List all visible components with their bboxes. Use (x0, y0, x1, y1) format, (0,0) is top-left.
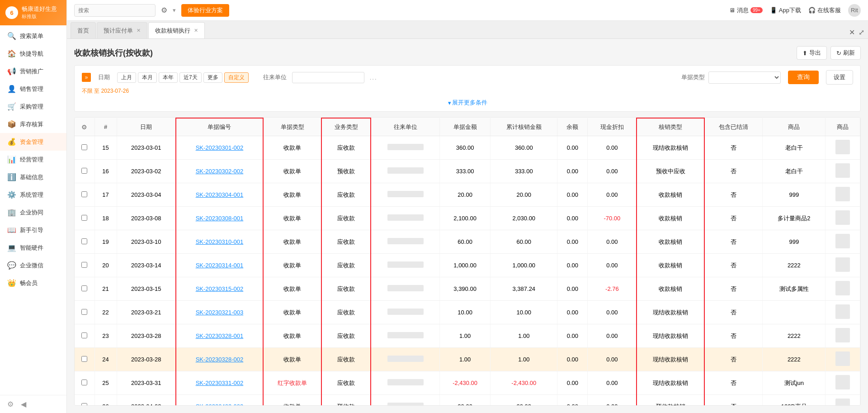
sidebar-item-finance[interactable]: 💰 资金管理 (0, 133, 66, 151)
row-biztype: 预收款 (321, 160, 371, 183)
sidebar-item-marketing[interactable]: 📢 营销推广 (0, 62, 66, 80)
row-checkbox[interactable] (75, 160, 94, 183)
row-docno[interactable]: SK-20230310-001 (176, 230, 263, 254)
tab-close-all-button[interactable]: ✕ (849, 28, 855, 37)
row-docno[interactable]: SK-20230328-002 (176, 348, 263, 371)
online-service-button[interactable]: 🎧 在线客服 (808, 6, 841, 14)
row-discount: 0.00 (588, 324, 637, 348)
dropdown-arrow-icon[interactable]: ▾ (173, 7, 176, 14)
collapse-icon[interactable]: ◀ (21, 400, 26, 408)
tab-prepay-close-icon[interactable]: ✕ (137, 28, 141, 33)
row-cumulative: -2,430.00 (491, 371, 557, 395)
tab-prepay[interactable]: 预计应付单 ✕ (97, 22, 147, 38)
row-balance: 0.00 (557, 371, 588, 395)
doc-type-select[interactable] (708, 71, 781, 84)
messages-button[interactable]: 🖥 消息 99+ (729, 6, 763, 14)
row-goods-img (826, 277, 860, 301)
row-cumulative: 360.00 (491, 136, 557, 160)
row-docno[interactable]: SK-20230403-002 (176, 395, 263, 406)
export-button[interactable]: ⬆ 导出 (797, 46, 827, 60)
sidebar-item-wechat[interactable]: 💬 企业微信 (0, 256, 66, 274)
query-button[interactable]: 查询 (788, 71, 819, 84)
refresh-icon: ↻ (836, 50, 841, 57)
col-gear-header[interactable]: ⚙ (75, 118, 94, 136)
expand-more-link[interactable]: ▾ 展开更多条件 (448, 99, 487, 107)
row-canceltype: 收款核销 (637, 254, 704, 277)
solution-button[interactable]: 体验行业方案 (181, 4, 229, 17)
sidebar-item-search[interactable]: 🔍 搜索菜单 (0, 27, 66, 45)
row-docno[interactable]: SK-20230302-002 (176, 160, 263, 183)
this-month-button[interactable]: 本月 (138, 72, 157, 83)
search-input[interactable] (78, 7, 151, 14)
more-date-button[interactable]: 更多 (203, 72, 222, 83)
user-avatar[interactable]: Rit (848, 4, 861, 17)
row-partner (371, 254, 439, 277)
row-goods-img (826, 254, 860, 277)
row-date: 2023-03-28 (117, 324, 176, 348)
row-biztype: 应收款 (321, 371, 371, 395)
row-checkbox[interactable] (75, 183, 94, 207)
sidebar-item-member[interactable]: 👑 畅会员 (0, 274, 66, 292)
row-checkbox[interactable] (75, 277, 94, 301)
filter-expand-button[interactable]: » (82, 73, 91, 82)
row-checkbox[interactable] (75, 348, 94, 371)
row-docno[interactable]: SK-20230301-002 (176, 136, 263, 160)
row-docno[interactable]: SK-20230314-001 (176, 254, 263, 277)
row-docno[interactable]: SK-20230308-001 (176, 207, 263, 230)
row-docno[interactable]: SK-20230328-001 (176, 324, 263, 348)
last7-days-button[interactable]: 近7天 (179, 72, 202, 83)
sidebar-item-hardware[interactable]: 💻 智能硬件 (0, 239, 66, 256)
sidebar-item-sales[interactable]: 👤 销售管理 (0, 80, 66, 98)
row-date: 2023-03-15 (117, 277, 176, 301)
row-checkbox[interactable] (75, 254, 94, 277)
row-docno[interactable]: SK-20230304-001 (176, 183, 263, 207)
last-month-button[interactable]: 上月 (117, 72, 136, 83)
row-biztype: 应收款 (321, 277, 371, 301)
row-doctype: 收款单 (263, 136, 321, 160)
sidebar-item-corp[interactable]: 🏢 企业协同 (0, 204, 66, 221)
app-download-button[interactable]: 📱 App下载 (770, 6, 801, 14)
row-amount: 1.00 (440, 348, 491, 371)
sidebar-logo: 6 畅康道好生意 标推版 (0, 0, 66, 25)
tab-collection-close-icon[interactable]: ✕ (194, 28, 198, 33)
settings-gear-icon[interactable]: ⚙ (161, 6, 167, 14)
filter-settings-button[interactable]: 设置 (826, 70, 853, 85)
refresh-button[interactable]: ↻ 刷新 (830, 46, 861, 60)
this-year-button[interactable]: 本年 (159, 72, 178, 83)
tab-maximize-button[interactable]: ⤢ (859, 28, 864, 37)
tab-actions: ✕ ⤢ (849, 28, 864, 38)
row-checkbox[interactable] (75, 136, 94, 160)
sidebar-item-operations[interactable]: 📊 经营管理 (0, 151, 66, 168)
sidebar-item-label: 搜索菜单 (20, 32, 43, 40)
row-checkbox[interactable] (75, 371, 94, 395)
row-checkbox[interactable] (75, 230, 94, 254)
sidebar-item-system[interactable]: ⚙️ 系统管理 (0, 186, 66, 204)
row-checkbox[interactable] (75, 301, 94, 324)
row-docno[interactable]: SK-20230315-002 (176, 277, 263, 301)
sidebar-item-quicknav[interactable]: 🏠 快捷导航 (0, 45, 66, 62)
row-canceltype: 收款核销 (637, 277, 704, 301)
row-checkbox[interactable] (75, 324, 94, 348)
row-seq: 26 (94, 395, 117, 406)
tab-home[interactable]: 首页 (71, 22, 96, 38)
partner-input[interactable] (292, 72, 364, 83)
row-partner (371, 277, 439, 301)
sidebar-item-basic[interactable]: ℹ️ 基础信息 (0, 168, 66, 186)
sidebar-item-purchase[interactable]: 🛒 采购管理 (0, 98, 66, 115)
sidebar-item-label: 库存核算 (20, 120, 43, 128)
row-checkbox[interactable] (75, 207, 94, 230)
row-canceltype: 收款核销 (637, 230, 704, 254)
row-biztype: 应收款 (321, 254, 371, 277)
sidebar-item-inventory[interactable]: 📦 库存核算 (0, 115, 66, 133)
sidebar-item-guide[interactable]: 📖 新手引导 (0, 221, 66, 239)
data-table-wrap: ⚙ # 日期 单据编号 单据类型 业务类型 往来单位 单据金额 累计核销金额 余… (74, 117, 861, 406)
row-docno[interactable]: SK-20230331-002 (176, 371, 263, 395)
tab-collection[interactable]: 收款核销执行 ✕ (148, 22, 205, 38)
row-cumulative: 2,030.00 (491, 207, 557, 230)
row-docno[interactable]: SK-20230321-003 (176, 301, 263, 324)
row-checkbox[interactable] (75, 395, 94, 406)
sidebar-item-label: 快捷导航 (20, 50, 43, 58)
settings-footer-icon[interactable]: ⚙ (7, 400, 14, 408)
row-seq: 22 (94, 301, 117, 324)
custom-date-button[interactable]: 自定义 (224, 72, 249, 83)
